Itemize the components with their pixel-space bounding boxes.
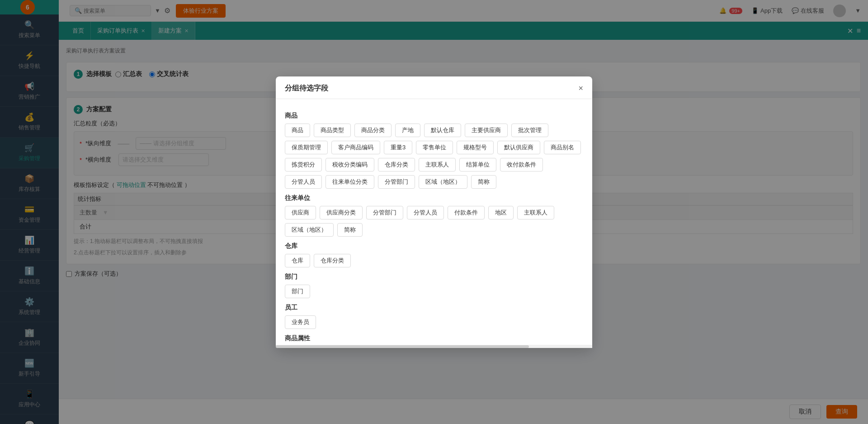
field-section-title-0: 商品 <box>285 112 583 120</box>
modal-close-button[interactable]: × <box>578 84 583 93</box>
field-tag-0-12[interactable]: 默认供应商 <box>497 141 540 154</box>
field-tag-0-16[interactable]: 仓库分类 <box>378 158 415 172</box>
field-group-3: 部门 <box>285 285 583 298</box>
field-group-4: 业务员 <box>285 315 583 329</box>
field-tag-0-14[interactable]: 拣货积分 <box>285 158 322 172</box>
field-tag-1-8[interactable]: 简称 <box>337 223 363 237</box>
field-tag-1-0[interactable]: 供应商 <box>285 206 316 219</box>
field-tag-0-1[interactable]: 商品类型 <box>314 124 351 137</box>
field-tag-0-21[interactable]: 往来单位分类 <box>326 175 374 189</box>
field-tag-1-6[interactable]: 主联系人 <box>517 206 554 219</box>
field-tag-0-23[interactable]: 区域（地区） <box>419 175 467 189</box>
field-tag-0-8[interactable]: 客户商品编码 <box>331 141 380 154</box>
field-tag-0-11[interactable]: 规格型号 <box>457 141 494 154</box>
field-tag-0-6[interactable]: 批次管理 <box>511 124 548 137</box>
modal-header: 分组待选字段 × <box>276 76 592 99</box>
field-group-0: 商品商品类型商品分类产地默认仓库主要供应商批次管理保质期管理客户商品编码重量3零… <box>285 124 583 189</box>
field-tag-0-0[interactable]: 商品 <box>285 124 310 137</box>
field-tag-0-5[interactable]: 主要供应商 <box>465 124 508 137</box>
field-group-1: 供应商供应商分类分管部门分管人员付款条件地区主联系人区域（地区）简称 <box>285 206 583 237</box>
field-section-title-5: 商品属性 <box>285 334 583 343</box>
field-tag-0-10[interactable]: 零售单位 <box>416 141 453 154</box>
field-section-title-2: 仓库 <box>285 242 583 250</box>
field-tag-0-22[interactable]: 分管部门 <box>378 175 415 189</box>
field-tag-0-18[interactable]: 结算单位 <box>459 158 496 172</box>
field-tag-1-7[interactable]: 区域（地区） <box>285 223 334 237</box>
field-tag-1-3[interactable]: 分管人员 <box>407 206 444 219</box>
field-tag-0-20[interactable]: 分管人员 <box>285 175 322 189</box>
field-section-title-3: 部门 <box>285 273 583 281</box>
field-tag-3-0[interactable]: 部门 <box>285 285 310 298</box>
field-tag-1-4[interactable]: 付款条件 <box>448 206 485 219</box>
field-tag-2-1[interactable]: 仓库分类 <box>314 254 351 267</box>
field-section-title-4: 员工 <box>285 304 583 312</box>
field-tag-0-2[interactable]: 商品分类 <box>354 124 392 137</box>
field-tag-0-4[interactable]: 默认仓库 <box>424 124 461 137</box>
field-group-2: 仓库仓库分类 <box>285 254 583 267</box>
modal-scrollbar-thumb <box>276 345 529 348</box>
field-tag-1-2[interactable]: 分管部门 <box>366 206 403 219</box>
field-tag-1-1[interactable]: 供应商分类 <box>320 206 363 219</box>
field-tag-2-0[interactable]: 仓库 <box>285 254 310 267</box>
modal-overlay: 分组待选字段 × 商品商品商品类型商品分类产地默认仓库主要供应商批次管理保质期管… <box>0 0 868 424</box>
field-tag-0-7[interactable]: 保质期管理 <box>285 141 328 154</box>
field-tag-4-0[interactable]: 业务员 <box>285 315 316 329</box>
field-tag-1-5[interactable]: 地区 <box>488 206 514 219</box>
field-tag-0-15[interactable]: 税收分类编码 <box>326 158 374 172</box>
modal-body: 商品商品商品类型商品分类产地默认仓库主要供应商批次管理保质期管理客户商品编码重量… <box>276 99 592 345</box>
modal-horizontal-scrollbar[interactable] <box>276 345 592 348</box>
field-tag-0-17[interactable]: 主联系人 <box>419 158 456 172</box>
field-tag-0-9[interactable]: 重量3 <box>384 141 412 154</box>
field-section-title-1: 往来单位 <box>285 194 583 202</box>
field-tag-0-24[interactable]: 简称 <box>471 175 496 189</box>
modal: 分组待选字段 × 商品商品商品类型商品分类产地默认仓库主要供应商批次管理保质期管… <box>276 76 592 348</box>
field-tag-0-3[interactable]: 产地 <box>395 124 420 137</box>
field-tag-0-13[interactable]: 商品别名 <box>544 141 581 154</box>
modal-title: 分组待选字段 <box>285 84 328 93</box>
field-tag-0-19[interactable]: 收付款条件 <box>500 158 543 172</box>
